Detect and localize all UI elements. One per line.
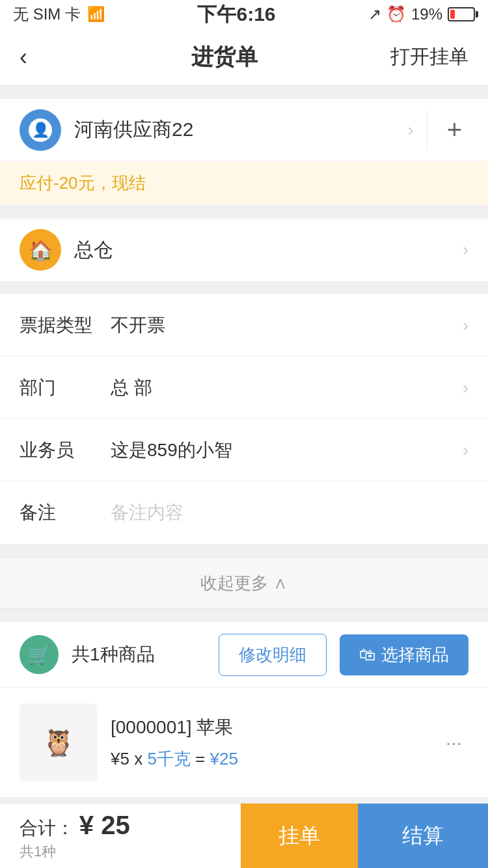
supplier-name: 河南供应商22 [74, 116, 407, 143]
product-more-button[interactable]: ··· [439, 725, 468, 760]
product-info: [0000001] 苹果 ¥5 x 5千克 = ¥25 [111, 715, 426, 770]
avatar-icon: 👤 [29, 118, 52, 142]
avatar: 👤 [20, 109, 61, 151]
product-name: [0000001] 苹果 [111, 715, 426, 740]
salesman-value: 这是859的小智 [111, 438, 463, 463]
product-total: ¥25 [210, 749, 238, 768]
warehouse-row[interactable]: 🏠 总仓 › [0, 219, 488, 281]
invoice-value: 不开票 [111, 313, 463, 338]
product-header: 🛒 共1种商品 修改明细 🛍 选择商品 [0, 622, 488, 687]
unit-price: ¥5 [111, 749, 129, 768]
status-bar-left: 无 SIM 卡 📶 [13, 4, 105, 25]
product-count: 共1种商品 [72, 642, 206, 667]
supplier-section: 👤 河南供应商22 › + 应付-20元，现结 [0, 99, 488, 206]
divider [427, 111, 427, 150]
battery-icon [448, 7, 475, 21]
add-supplier-button[interactable]: + [441, 115, 468, 144]
status-bar-right: ↗ ⏰ 19% [368, 5, 475, 23]
invoice-label: 票据类型 [20, 313, 111, 338]
total-amount: ¥ 25 [79, 811, 130, 839]
collapse-toggle[interactable]: 收起更多 ∧ [0, 557, 488, 609]
edit-detail-button[interactable]: 修改明细 [219, 634, 327, 676]
supplier-chevron-icon: › [407, 120, 413, 141]
invoice-chevron-icon: › [463, 315, 468, 336]
wifi-icon: 📶 [87, 6, 105, 23]
hang-order-button[interactable]: 挂单 [241, 804, 358, 869]
footer-total: 合计： ¥ 25 共1种 [0, 811, 241, 861]
product-price: ¥5 x 5千克 = ¥25 [111, 748, 426, 770]
dept-row[interactable]: 部门 总 部 › [0, 357, 488, 419]
nav-bar: ‹ 进货单 打开挂单 [0, 29, 488, 86]
product-icon: 🛒 [20, 635, 59, 674]
footer-bar: 合计： ¥ 25 共1种 挂单 结算 [0, 803, 488, 868]
dept-value: 总 部 [111, 375, 463, 400]
remark-label: 备注 [20, 500, 111, 525]
spacer-1 [0, 86, 488, 99]
alert-text: 应付-20元，现结 [20, 173, 146, 193]
select-product-label: 选择商品 [381, 644, 449, 666]
dept-label: 部门 [20, 375, 111, 400]
select-product-button[interactable]: 🛍 选择商品 [340, 634, 468, 675]
status-bar: 无 SIM 卡 📶 下午6:16 ↗ ⏰ 19% [0, 0, 488, 29]
warehouse-name: 总仓 [74, 237, 463, 264]
total-sub: 共1种 [20, 842, 221, 861]
back-button[interactable]: ‹ [20, 44, 59, 71]
open-pending-button[interactable]: 打开挂单 [390, 44, 468, 70]
quantity: 5千克 [147, 749, 190, 768]
warehouse-section: 🏠 总仓 › [0, 219, 488, 281]
status-bar-time: 下午6:16 [197, 1, 275, 28]
invoice-row[interactable]: 票据类型 不开票 › [0, 294, 488, 357]
page-title: 进货单 [191, 42, 258, 72]
price-separator: x [134, 749, 147, 768]
warehouse-icon: 🏠 [20, 229, 61, 271]
select-product-icon: 🛍 [359, 645, 376, 665]
salesman-row[interactable]: 业务员 这是859的小智 › [0, 419, 488, 481]
battery-label: 19% [411, 5, 442, 23]
salesman-label: 业务员 [20, 438, 111, 463]
product-code: [0000001] [111, 717, 192, 737]
warehouse-chevron-icon: › [463, 239, 468, 260]
supplier-row[interactable]: 👤 河南供应商22 › + [0, 99, 488, 161]
product-thumbnail: 🦉 [20, 703, 98, 781]
salesman-chevron-icon: › [463, 440, 468, 461]
equals-sign: = [195, 749, 210, 768]
carrier-label: 无 SIM 卡 [13, 4, 81, 25]
total-label: 合计： [20, 818, 74, 838]
alert-banner: 应付-20元，现结 [0, 161, 488, 206]
remark-row[interactable]: 备注 备注内容 [0, 481, 488, 544]
alarm-icon: ⏰ [386, 5, 406, 23]
remark-input[interactable]: 备注内容 [111, 500, 468, 525]
collapse-label: 收起更多 ∧ [200, 572, 287, 595]
location-icon: ↗ [368, 5, 381, 23]
form-section: 票据类型 不开票 › 部门 总 部 › 业务员 这是859的小智 › 备注 备注… [0, 294, 488, 544]
product-thumb-icon: 🦉 [42, 727, 75, 758]
footer-total-row: 合计： ¥ 25 [20, 811, 221, 841]
battery-fill [450, 10, 455, 19]
settle-button[interactable]: 结算 [358, 804, 488, 869]
product-title: 苹果 [197, 717, 233, 737]
product-item: 🦉 [0000001] 苹果 ¥5 x 5千克 = ¥25 ··· [0, 687, 488, 797]
dept-chevron-icon: › [463, 377, 468, 398]
